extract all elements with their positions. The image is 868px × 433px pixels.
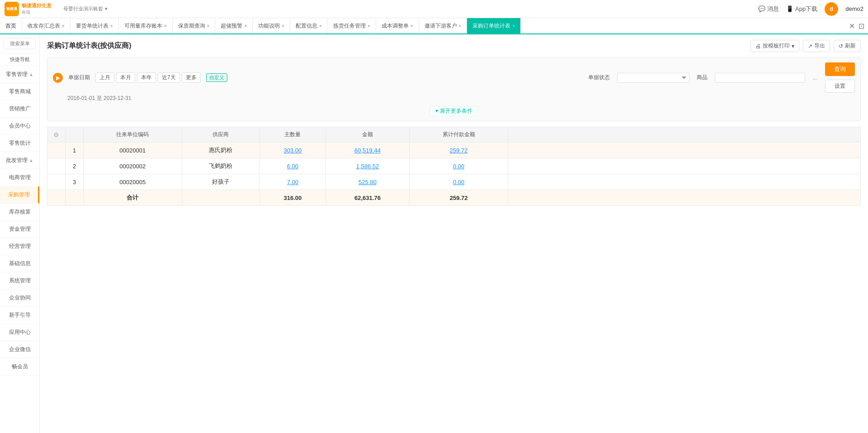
tab-close-function-desc[interactable]: × xyxy=(282,24,284,29)
sidebar-item-member[interactable]: 畅会员 xyxy=(0,358,39,376)
print-button[interactable]: 🖨 按模板打印 ▾ xyxy=(750,40,799,52)
sidebar-item-sys-mgmt[interactable]: 系统管理 xyxy=(0,272,39,290)
tab-invite-downstream[interactable]: 邀请下游客户× xyxy=(419,18,467,34)
refresh-label: 刷新 xyxy=(845,42,856,50)
tab-expiry-query[interactable]: 保质期查询× xyxy=(173,18,216,34)
sidebar-label-enterprise-collab: 企业协同 xyxy=(9,295,31,301)
tab-close-available-stock[interactable]: × xyxy=(164,24,167,29)
row-amount-1[interactable]: 1,586.52 xyxy=(326,158,410,174)
status-filter-select[interactable] xyxy=(617,73,689,83)
expand-more-conditions-button[interactable]: ▾ 展开更多条件 xyxy=(429,106,478,116)
search-menu-button[interactable]: 搜索菜单 xyxy=(4,38,36,49)
filter-toggle-button[interactable]: ▶ xyxy=(53,73,63,83)
sidebar-item-app-center[interactable]: 应用中心 xyxy=(0,324,39,341)
table-settings-icon[interactable]: ⚙ xyxy=(53,131,59,138)
expand-row: ▾ 展开更多条件 xyxy=(53,106,855,116)
tab-expand-icon[interactable]: ⊡ xyxy=(859,22,864,30)
table-header-row: ⚙ 往来单位编码 供应商 主数量 金额 累计付款金额 xyxy=(47,127,861,143)
row-main-qty-2[interactable]: 7.00 xyxy=(260,174,326,190)
sidebar-item-purchase-mgmt[interactable]: 采购管理 xyxy=(0,186,39,204)
workspace-selector[interactable]: 母婴行业演示账套 ▾ xyxy=(63,5,108,12)
tab-close-invite-downstream[interactable]: × xyxy=(459,24,462,29)
tab-overstock-warning[interactable]: 超储预警× xyxy=(215,18,253,34)
sidebar-item-ecommerce-mgmt[interactable]: 电商管理 xyxy=(0,169,39,186)
row-paid-amount-link-1[interactable]: 0.00 xyxy=(453,163,464,170)
sidebar-item-enterprise-wechat[interactable]: 企业微信 xyxy=(0,341,39,358)
tab-close-expiry-query[interactable]: × xyxy=(207,24,210,29)
date-filter-btn-this-month[interactable]: 本月 xyxy=(116,72,135,83)
product-more-button[interactable]: … xyxy=(812,75,818,81)
sidebar-item-retail-mgmt[interactable]: 零售管理 ▲ xyxy=(0,66,39,83)
custom-date-badge[interactable]: 自定义 xyxy=(206,73,227,82)
tab-picking-task[interactable]: 拣货任务管理× xyxy=(328,18,376,34)
row-paid-amount-1[interactable]: 0.00 xyxy=(410,158,508,174)
row-amount-2[interactable]: 525.80 xyxy=(326,174,410,190)
tab-close-receive-send[interactable]: × xyxy=(62,24,65,29)
export-icon: ↗ xyxy=(808,43,812,49)
row-amount-link-1[interactable]: 1,586.52 xyxy=(356,163,379,170)
sidebar-item-member-center[interactable]: 会员中心 xyxy=(0,118,39,135)
sidebar-item-new-guide[interactable]: 新手引导 xyxy=(0,307,39,324)
row-paid-amount-2[interactable]: 0.00 xyxy=(410,174,508,190)
sidebar-item-retail-stat[interactable]: 零售统计 xyxy=(0,135,39,152)
row-main-qty-link-0[interactable]: 303.00 xyxy=(284,147,302,154)
tab-function-desc[interactable]: 功能说明× xyxy=(253,18,290,34)
sidebar-label-marketing: 营销推广 xyxy=(9,105,31,112)
sidebar-item-basic-info[interactable]: 基础信息 xyxy=(0,255,39,272)
tab-purchase-stat[interactable]: 采购订单统计表× xyxy=(467,18,521,34)
row-paid-amount-0[interactable]: 259.72 xyxy=(410,143,508,158)
date-filter-btn-more[interactable]: 更多 xyxy=(182,72,201,83)
query-button[interactable]: 查询 xyxy=(825,62,855,76)
tab-close-goods-stat[interactable]: × xyxy=(110,24,113,29)
date-filter-btn-last-month[interactable]: 上月 xyxy=(95,72,114,83)
row-main-qty-link-2[interactable]: 7.00 xyxy=(287,179,298,186)
row-amount-link-2[interactable]: 525.80 xyxy=(359,179,377,186)
tab-receive-send[interactable]: 收发存汇总表× xyxy=(22,18,71,34)
avatar[interactable]: d xyxy=(825,2,838,16)
tab-home[interactable]: 首页 xyxy=(0,18,22,34)
row-main-qty-0[interactable]: 303.00 xyxy=(260,143,326,158)
quick-nav-button[interactable]: 快捷导航 xyxy=(0,53,39,66)
tab-label-receive-send: 收发存汇总表 xyxy=(28,22,60,30)
refresh-icon: ↺ xyxy=(839,43,843,49)
date-filter-btn-this-year[interactable]: 本年 xyxy=(137,72,156,83)
sidebar-item-ops-mgmt[interactable]: 经营管理 xyxy=(0,238,39,255)
refresh-button[interactable]: ↺ 刷新 xyxy=(834,40,861,52)
logo-version: 标版 xyxy=(22,9,52,15)
tab-close-all-icon[interactable]: ✕ xyxy=(849,22,855,30)
sidebar-item-enterprise-collab[interactable]: 企业协同 xyxy=(0,290,39,307)
row-main-qty-1[interactable]: 6.00 xyxy=(260,158,326,174)
sidebar-item-finance-mgmt[interactable]: 资金管理 xyxy=(0,221,39,238)
tab-close-picking-task[interactable]: × xyxy=(368,24,370,29)
message-button[interactable]: 💬 消息 xyxy=(758,5,779,13)
export-button[interactable]: ↗ 导出 xyxy=(803,40,830,52)
app-download-button[interactable]: 📱 App下载 xyxy=(786,5,817,13)
tab-close-config-info[interactable]: × xyxy=(319,24,322,29)
sidebar-item-retail-shop[interactable]: 零售商城 xyxy=(0,83,39,100)
product-filter-input[interactable] xyxy=(715,73,805,83)
table-row: 3 00020005 好孩子 7.00 525.80 0.00 xyxy=(47,174,861,190)
footer-empty-index xyxy=(66,190,84,206)
sidebar-item-marketing[interactable]: 营销推广 xyxy=(0,100,39,118)
settings-button[interactable]: 设置 xyxy=(825,80,855,93)
table-body: 1 00020001 惠氏奶粉 303.00 60,519.44 259.72 … xyxy=(47,143,861,190)
sidebar-item-inventory-check[interactable]: 库存核算 xyxy=(0,204,39,221)
row-supplier-code-0: 00020001 xyxy=(84,143,182,158)
row-main-qty-link-1[interactable]: 6.00 xyxy=(287,163,298,170)
row-settings-1 xyxy=(47,158,66,174)
tab-goods-stat[interactable]: 要货单统计表× xyxy=(71,18,119,34)
tab-close-cost-adjust[interactable]: × xyxy=(410,24,413,29)
tab-close-purchase-stat[interactable]: × xyxy=(512,24,515,29)
tab-available-stock[interactable]: 可用量库存账本× xyxy=(119,18,173,34)
sidebar-item-wholesale-mgmt[interactable]: 批发管理 ▲ xyxy=(0,152,39,169)
date-filter-btn-last-7-days[interactable]: 近7天 xyxy=(158,72,180,83)
row-amount-0[interactable]: 60,519.44 xyxy=(326,143,410,158)
row-paid-amount-link-0[interactable]: 259.72 xyxy=(450,147,468,154)
tab-close-overstock-warning[interactable]: × xyxy=(244,24,247,29)
page-content: 采购订单统计表(按供应商) 🖨 按模板打印 ▾ ↗ 导出 ↺ 刷新 xyxy=(40,34,868,433)
tab-cost-adjust[interactable]: 成本调整单× xyxy=(376,18,419,34)
row-amount-link-0[interactable]: 60,519.44 xyxy=(354,147,381,154)
tab-label-function-desc: 功能说明 xyxy=(258,22,280,30)
row-paid-amount-link-2[interactable]: 0.00 xyxy=(453,179,464,186)
tab-config-info[interactable]: 配置信息× xyxy=(290,18,328,34)
